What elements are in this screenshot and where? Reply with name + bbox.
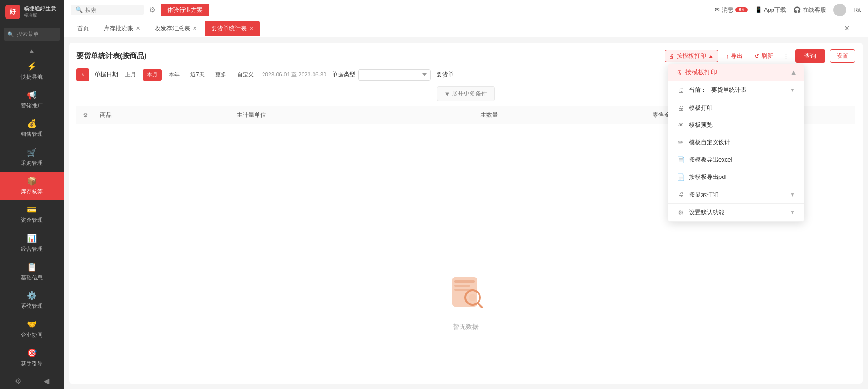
date-this-year[interactable]: 本年 <box>165 69 184 81</box>
tab-requisition-stats[interactable]: 要货单统计表 ✕ <box>205 21 260 36</box>
print-template-dropdown: 🖨 按模板打印 ▲ 🖨 当前： 要货单统计表 ▼ 🖨 模板打印 👁 模板预览 ✏… <box>668 64 804 222</box>
dropdown-item-template-preview[interactable]: 👁 模板预览 <box>668 116 804 134</box>
tab-close-receivable-summary[interactable]: ✕ <box>193 25 197 31</box>
topbar-search[interactable]: 🔍 <box>71 5 144 15</box>
sidebar-nav: ▲ ⚡ 快捷导航 📢 营销推广 💰 销售管理 🛒 采购管理 📦 库存核算 💳 资… <box>0 45 64 373</box>
search-icon: 🔍 <box>7 31 14 38</box>
dropdown-item-template-print[interactable]: 🖨 模板打印 <box>668 99 804 116</box>
chevron-up-icon: ▲ <box>708 53 714 60</box>
scroll-up-btn[interactable]: ▲ <box>0 45 64 57</box>
dropdown-item-export-pdf[interactable]: 📄 按模板导出pdf <box>668 168 804 186</box>
tab-close-requisition-stats[interactable]: ✕ <box>249 25 254 31</box>
tab-home[interactable]: 首页 <box>71 21 95 36</box>
settings-icon[interactable]: ⚙ <box>149 5 155 14</box>
sidebar-item-finance[interactable]: 💳 资金管理 <box>0 200 64 229</box>
dropdown-current-template[interactable]: 🖨 当前： 要货单统计表 ▼ <box>668 81 804 99</box>
topbar-search-icon: 🔍 <box>75 6 83 13</box>
sidebar-item-purchase[interactable]: 🛒 采购管理 <box>0 143 64 172</box>
date-prev-month[interactable]: 上月 <box>121 69 140 81</box>
date-last-7[interactable]: 近7天 <box>186 69 209 81</box>
requisition-label: 要货单 <box>436 71 454 79</box>
sidebar-item-marketing[interactable]: 📢 营销推广 <box>0 86 64 114</box>
dropdown-item-template-design[interactable]: ✏ 模板自定义设计 <box>668 134 804 151</box>
dropdown-display-left: 🖨 按显示打印 <box>677 191 718 199</box>
template-print-icon: 🖨 <box>677 104 684 111</box>
collapse-btn[interactable]: ◀ <box>44 377 49 385</box>
chevron-right-icon: ▼ <box>790 87 795 93</box>
tab-maximize-btn[interactable]: ⛶ <box>853 25 861 33</box>
template-preview-icon: 👁 <box>677 121 684 129</box>
tab-inventory-batch[interactable]: 库存批次账 ✕ <box>97 21 146 36</box>
table-settings-icon[interactable]: ⚙ <box>83 112 88 119</box>
set-default-icon: ⚙ <box>677 209 684 216</box>
chevron-down-icon: ▼ <box>444 91 450 97</box>
sidebar-item-sales[interactable]: 💰 销售管理 <box>0 114 64 143</box>
tab-close-all-btn[interactable]: ✕ <box>844 24 850 33</box>
guide-icon: 🎯 <box>27 348 37 358</box>
print-icon: 🖨 <box>669 53 675 60</box>
date-custom[interactable]: 自定义 <box>233 69 258 81</box>
refresh-btn[interactable]: ↺ 刷新 <box>751 50 777 62</box>
dropdown-default-left: ⚙ 设置默认功能 <box>677 208 724 217</box>
messages-btn[interactable]: ✉ 消息 99+ <box>715 6 748 14</box>
query-btn[interactable]: 查询 <box>795 49 825 63</box>
filter-expand-btn[interactable]: › <box>76 68 89 81</box>
dropdown-close-btn[interactable]: ▲ <box>790 68 797 76</box>
sidebar-item-system[interactable]: ⚙️ 系统管理 <box>0 286 64 315</box>
svg-point-6 <box>469 294 476 301</box>
dropdown-item-export-excel[interactable]: 📄 按模板导出excel <box>668 151 804 168</box>
sidebar-item-basic[interactable]: 📋 基础信息 <box>0 258 64 286</box>
export-pdf-icon: 📄 <box>677 173 684 181</box>
settings-bottom-btn[interactable]: ⚙ <box>15 377 21 385</box>
tab-close-inventory-batch[interactable]: ✕ <box>136 25 140 31</box>
dropdown-display-print[interactable]: 🖨 按显示打印 ▼ <box>668 186 804 203</box>
app-download-btn[interactable]: 📱 App下载 <box>755 6 786 14</box>
date-range-display: 2023-06-01 至 2023-06-30 <box>262 71 326 79</box>
dropdown-display-section: 🖨 按显示打印 ▼ <box>668 186 804 204</box>
topbar: 🔍 ⚙ 体验行业方案 ✉ 消息 99+ 📱 App下载 🎧 在线客服 Rit <box>64 0 868 20</box>
action-divider: ⋮ <box>783 53 789 60</box>
export-icon: ↑ <box>726 53 729 60</box>
expand-more-btn[interactable]: ▼ 展开更多条件 <box>437 86 495 101</box>
date-filter: 单据日期 上月 本月 本年 近7天 更多 自定义 2023-06-01 至 20… <box>95 69 326 81</box>
sidebar-item-collab[interactable]: 🤝 企业协同 <box>0 315 64 344</box>
sidebar-search[interactable]: 🔍 搜索菜单 <box>4 28 60 41</box>
export-btn[interactable]: ↑ 导出 <box>723 50 747 62</box>
online-service-btn[interactable]: 🎧 在线客服 <box>793 6 826 14</box>
page-title: 要货单统计表(按商品) <box>76 51 147 61</box>
dropdown-set-default[interactable]: ⚙ 设置默认功能 ▼ <box>668 204 804 221</box>
sidebar-item-inventory[interactable]: 📦 库存核算 <box>0 172 64 200</box>
svg-line-5 <box>478 303 482 308</box>
tabs-right: ✕ ⛶ <box>844 24 861 33</box>
sales-icon: 💰 <box>27 119 37 129</box>
svg-rect-1 <box>454 280 475 283</box>
topbar-right: ✉ 消息 99+ 📱 App下载 🎧 在线客服 Rit <box>715 4 861 16</box>
system-icon: ⚙️ <box>27 291 37 301</box>
sidebar-item-quick-nav[interactable]: ⚡ 快捷导航 <box>0 57 64 86</box>
tab-receivable-summary[interactable]: 收发存汇总表 ✕ <box>148 21 203 36</box>
doc-type-label: 单据类型 <box>332 71 355 79</box>
header-actions: 🖨 按模板打印 ▲ ↑ 导出 ↺ 刷新 ⋮ 查询 设置 <box>665 49 855 63</box>
operation-icon: 📊 <box>27 233 37 243</box>
settings-btn[interactable]: 设置 <box>830 49 855 63</box>
doc-type-select[interactable] <box>358 69 431 81</box>
finance-icon: 💳 <box>27 205 37 215</box>
refresh-icon: ↺ <box>754 53 759 60</box>
sidebar-item-guide[interactable]: 🎯 新手引导 <box>0 344 64 372</box>
quick-nav-icon: ⚡ <box>27 61 37 71</box>
print-template-btn[interactable]: 🖨 按模板打印 ▲ <box>665 50 718 62</box>
avatar[interactable] <box>833 4 846 16</box>
default-chevron-icon: ▼ <box>790 209 795 216</box>
message-icon: ✉ <box>715 6 720 13</box>
date-more[interactable]: 更多 <box>211 69 230 81</box>
date-this-month[interactable]: 本月 <box>143 69 162 81</box>
trial-btn[interactable]: 体验行业方案 <box>161 4 209 16</box>
dropdown-default-section: ⚙ 设置默认功能 ▼ <box>668 204 804 222</box>
dropdown-header-left: 🖨 按模板打印 <box>675 68 717 76</box>
dropdown-current-left: 🖨 当前： 要货单统计表 <box>677 86 747 94</box>
app-name: 畅捷通好生意 标准版 <box>24 5 56 19</box>
app-logo-icon: 好 <box>5 5 20 19</box>
search-input[interactable] <box>85 7 139 13</box>
inventory-icon: 📦 <box>27 176 37 186</box>
sidebar-item-operation[interactable]: 📊 经营管理 <box>0 229 64 258</box>
